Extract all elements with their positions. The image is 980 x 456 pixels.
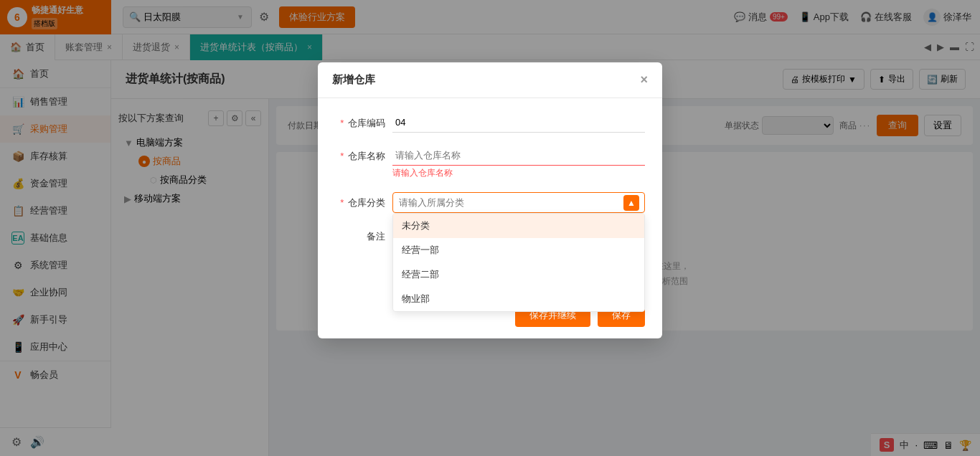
category-label: * 仓库分类	[335, 192, 392, 209]
dropdown-item-dept3[interactable]: 物业部	[393, 287, 644, 311]
name-control: 请输入仓库名称	[392, 146, 645, 179]
required-star-category: *	[340, 197, 344, 208]
category-control: ▲ 未分类 经营一部 经营二部 物业部	[392, 192, 645, 213]
code-control	[392, 113, 645, 133]
dropdown-item-dept2[interactable]: 经营二部	[393, 262, 644, 287]
name-input[interactable]	[392, 146, 645, 166]
code-label: * 仓库编码	[335, 113, 392, 130]
dropdown-item-dept1[interactable]: 经营一部	[393, 238, 644, 262]
form-row-code: * 仓库编码	[335, 113, 645, 133]
modal-header: 新增仓库 ×	[318, 62, 662, 98]
chevron-up-icon: ▲	[627, 198, 636, 208]
form-row-category: * 仓库分类 ▲ 未分类 经营一部 经营二部 物业部	[335, 192, 645, 213]
category-dropdown: 未分类 经营一部 经营二部 物业部	[392, 213, 645, 312]
modal-body: * 仓库编码 * 仓库名称 请输入仓库名称 * 仓库分类	[318, 98, 662, 295]
category-arrow-button[interactable]: ▲	[623, 195, 639, 211]
name-label: * 仓库名称	[335, 146, 392, 163]
category-input[interactable]	[392, 192, 645, 213]
required-star-code: *	[340, 118, 344, 128]
note-label: 备注	[335, 226, 392, 243]
add-warehouse-modal: 新增仓库 × * 仓库编码 * 仓库名称 请输入仓库名称	[318, 62, 662, 338]
required-star-name: *	[340, 151, 344, 161]
name-error-text: 请输入仓库名称	[392, 167, 645, 179]
category-input-wrap: ▲	[392, 192, 645, 213]
modal-title: 新增仓库	[332, 73, 375, 87]
code-input[interactable]	[392, 113, 645, 133]
modal-close-button[interactable]: ×	[640, 72, 648, 87]
dropdown-item-unclassified[interactable]: 未分类	[393, 214, 644, 238]
form-row-name: * 仓库名称 请输入仓库名称	[335, 146, 645, 179]
